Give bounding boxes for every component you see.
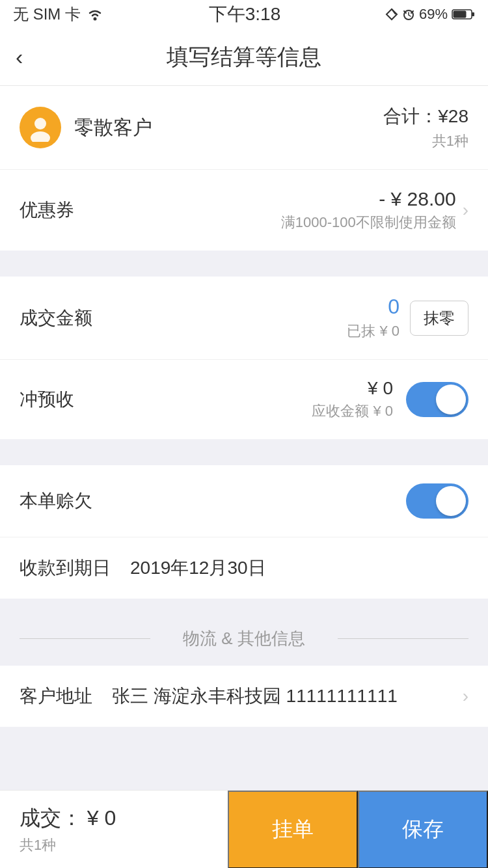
logistics-text: 物流 & 其他信息 (183, 627, 305, 650)
customer-row: 零散客户 合计：¥28 共1种 (0, 86, 488, 169)
transaction-amount-col: 0 已抹 ¥ 0 (347, 295, 400, 341)
battery-text: 69% (419, 6, 448, 23)
customer-total: 合计：¥28 (383, 104, 468, 129)
alarm-icon (402, 8, 415, 21)
offset-sub-amount: 应收金额 ¥ 0 (312, 401, 393, 421)
avatar (20, 107, 61, 148)
round-button[interactable]: 抹零 (410, 301, 468, 336)
battery-icon (452, 8, 475, 20)
toggle-knob (436, 385, 466, 414)
back-button[interactable]: ‹ (16, 44, 23, 70)
coupon-right: - ¥ 28.00 满1000-100不限制使用金额 › (281, 188, 468, 232)
due-date-label: 收款到期日 (20, 556, 111, 580)
address-chevron-icon: › (463, 686, 468, 707)
offset-row: 冲预收 ¥ 0 应收金额 ¥ 0 (0, 359, 488, 439)
svg-point-0 (94, 18, 97, 21)
transaction-right: 0 已抹 ¥ 0 抹零 (347, 295, 468, 341)
nav-bar: ‹ 填写结算等信息 (0, 29, 488, 86)
location-icon (385, 8, 398, 21)
debit-section: 本单赊欠 收款到期日 2019年12月30日 (0, 465, 488, 599)
customer-name: 零散客户 (74, 115, 152, 141)
logistics-line-right (338, 638, 468, 639)
coupon-info: - ¥ 28.00 满1000-100不限制使用金额 (281, 188, 456, 232)
offset-right: ¥ 0 应收金额 ¥ 0 (312, 378, 468, 421)
coupon-description: 满1000-100不限制使用金额 (281, 213, 456, 232)
bottom-count: 共1种 (20, 835, 208, 855)
transaction-sub: 已抹 ¥ 0 (347, 321, 400, 341)
avatar-icon (26, 113, 55, 142)
coupon-row[interactable]: 优惠券 - ¥ 28.00 满1000-100不限制使用金额 › (0, 169, 488, 251)
coupon-amount: - ¥ 28.00 (281, 188, 456, 210)
no-sim-text: 无 SIM 卡 (13, 4, 81, 25)
save-button[interactable]: 保存 (358, 791, 488, 869)
page-title: 填写结算等信息 (167, 42, 321, 72)
bottom-deal-amount: ¥ 0 (87, 806, 116, 830)
chevron-right-icon: › (463, 200, 468, 221)
address-section: 客户地址 张三 海淀永丰科技园 11111111111 › (0, 666, 488, 727)
debit-row: 本单赊欠 (0, 465, 488, 537)
bottom-summary: 成交： ¥ 0 共1种 (0, 804, 228, 855)
offset-toggle[interactable] (406, 382, 468, 417)
status-left: 无 SIM 卡 (13, 4, 104, 25)
svg-point-6 (31, 131, 50, 142)
divider-1 (0, 264, 488, 277)
offset-amounts: ¥ 0 应收金额 ¥ 0 (312, 378, 393, 421)
status-right: 69% (385, 6, 475, 23)
wifi-icon (86, 8, 104, 21)
offset-main-amount: ¥ 0 (312, 378, 393, 399)
status-bar: 无 SIM 卡 下午3:18 69% (0, 0, 488, 29)
svg-point-5 (34, 118, 46, 129)
customer-count: 共1种 (383, 131, 468, 151)
svg-rect-4 (454, 11, 467, 18)
status-time: 下午3:18 (209, 2, 281, 27)
transaction-label: 成交金额 (20, 306, 92, 331)
transaction-section: 成交金额 0 已抹 ¥ 0 抹零 冲预收 ¥ 0 应收金额 ¥ 0 (0, 277, 488, 439)
offset-label: 冲预收 (20, 387, 74, 412)
customer-right: 合计：¥28 共1种 (383, 104, 468, 151)
logistics-line-left (20, 638, 150, 639)
debit-label: 本单赊欠 (20, 489, 92, 513)
address-value: 张三 海淀永丰科技园 11111111111 (112, 684, 463, 709)
bottom-deal-label: 成交： (20, 806, 82, 830)
svg-rect-3 (472, 12, 474, 16)
logistics-section: 物流 & 其他信息 (0, 612, 488, 666)
coupon-label: 优惠券 (20, 198, 74, 223)
due-date-row: 收款到期日 2019年12月30日 (0, 537, 488, 599)
customer-section: 零散客户 合计：¥28 共1种 优惠券 - ¥ 28.00 满1000-100不… (0, 86, 488, 251)
hang-button[interactable]: 挂单 (228, 791, 358, 869)
address-row[interactable]: 客户地址 张三 海淀永丰科技园 11111111111 › (0, 666, 488, 727)
customer-left: 零散客户 (20, 107, 152, 148)
bottom-bar: 成交： ¥ 0 共1种 挂单 保存 (0, 790, 488, 868)
address-label: 客户地址 (20, 684, 92, 709)
bottom-deal: 成交： ¥ 0 (20, 804, 208, 833)
transaction-amount[interactable]: 0 (347, 295, 400, 319)
debit-toggle[interactable] (406, 483, 468, 519)
debit-toggle-knob (436, 486, 466, 516)
transaction-row: 成交金额 0 已抹 ¥ 0 抹零 (0, 277, 488, 359)
due-date-value: 2019年12月30日 (130, 556, 266, 580)
divider-2 (0, 452, 488, 465)
